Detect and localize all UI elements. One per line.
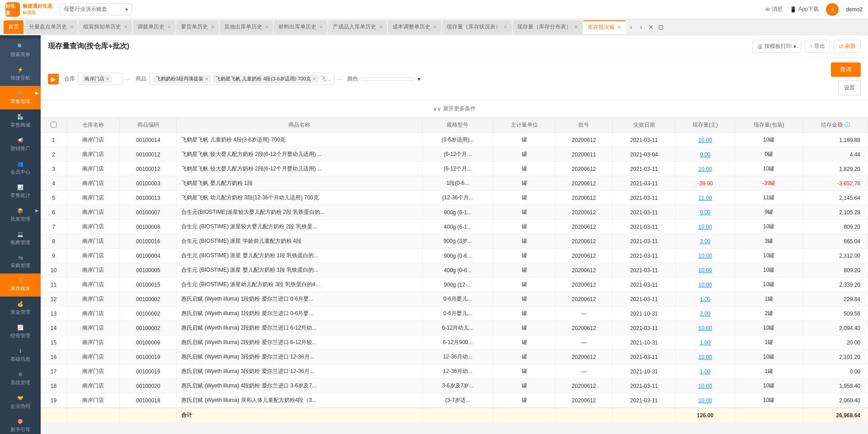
cell-unit: 罐 — [493, 278, 556, 292]
cell-qty-main[interactable]: -39.00 — [675, 176, 735, 191]
cell-qty-main[interactable]: 10.00 — [675, 278, 735, 292]
cell-qty-main[interactable]: 10.00 — [675, 321, 735, 335]
product-tag-2-close-icon[interactable]: ✕ — [312, 76, 316, 81]
settings-btn[interactable]: 设置 — [838, 80, 861, 95]
product-tag-1-close-icon[interactable]: ✕ — [205, 76, 208, 81]
print-btn[interactable]: 🖨 按模板打印 ▾ — [752, 40, 801, 53]
tab-7[interactable]: 产成品入库单历史 ✕ — [328, 20, 387, 34]
cell-qty-main[interactable]: 10.00 — [675, 393, 735, 408]
sidebar-item-purchase[interactable]: 🛍 采购管理 — [0, 250, 41, 274]
refresh-btn[interactable]: ↺ 刷新 — [834, 40, 861, 53]
cell-unit: 罐 — [493, 350, 556, 364]
sidebar-item-collab[interactable]: 🤝 企业协同 — [0, 391, 41, 414]
cell-qty-main[interactable]: 1.00 — [675, 335, 735, 350]
sidebar-item-system[interactable]: ⚙ 系统管理 — [0, 367, 41, 391]
tab-prev-btn[interactable]: ‹ — [627, 23, 636, 32]
download-icon: 📱 — [790, 6, 797, 13]
tab-4-close-icon[interactable]: ✕ — [211, 24, 214, 29]
cell-qty-main[interactable]: 0.00 — [675, 147, 735, 162]
cell-qty-main[interactable]: 9.00 — [675, 205, 735, 220]
tab-1[interactable]: 分量盘点单历史 ✕ — [24, 20, 78, 34]
cell-name: 惠氏启赋 (Wyeth illuma) 3段奶粉 爱尔兰进口 12-36月... — [177, 350, 422, 364]
tab-8[interactable]: 成本调整单历史 ✕ — [388, 20, 441, 34]
sidebar-item-finance[interactable]: 💰 资金管理 — [0, 297, 41, 320]
cell-expire: 2021-03-11 — [613, 234, 676, 249]
warehouse-tag-close-icon[interactable]: ✕ — [106, 76, 109, 81]
tab-3-close-icon[interactable]: ✕ — [167, 24, 171, 29]
cell-qty-main[interactable]: 10.00 — [675, 249, 735, 263]
cell-qty-main[interactable]: 10.00 — [675, 133, 735, 147]
sidebar-item-basics[interactable]: ℹ 基础信息 — [0, 344, 41, 367]
sidebar-item-retail[interactable]: 🛒 零售管理 ▶ — [0, 86, 41, 109]
cell-no: 17 — [41, 364, 66, 379]
tab-9-close-icon[interactable]: ✕ — [504, 24, 507, 29]
color-tag-container[interactable] — [361, 77, 415, 81]
sidebar-item-ecommerce[interactable]: 💻 电商管理 — [0, 227, 41, 250]
tab-8-close-icon[interactable]: ✕ — [433, 24, 437, 29]
tab-6-close-icon[interactable]: ✕ — [319, 24, 323, 29]
filter-expand-icon[interactable]: ▶ — [48, 74, 59, 85]
tab-10[interactable]: 现存量（库存分布表） ✕ — [513, 20, 582, 34]
sidebar-item-search[interactable]: 🔍 搜索英单 — [0, 39, 41, 62]
cell-warehouse: 南岸门店 — [66, 278, 119, 292]
tab-next-btn[interactable]: › — [637, 23, 646, 32]
sidebar-item-wholesale[interactable]: 📦 批发管理 ▶ — [0, 203, 41, 227]
sidebar-item-mall[interactable]: 🏪 零售商城 — [0, 109, 41, 133]
export-btn[interactable]: ↑ 导出 — [805, 40, 830, 53]
cell-spec: 12-36月幼... — [422, 364, 493, 379]
cell-qty-main[interactable]: 10.00 — [675, 379, 735, 393]
cell-qty-main[interactable]: 1.00 — [675, 364, 735, 379]
color-filter-label: 颜色 — [347, 75, 358, 83]
tab-4[interactable]: 要货单历史 ✕ — [176, 20, 219, 34]
total-empty-3 — [120, 408, 177, 423]
tab-current-close-icon[interactable]: ✕ — [618, 25, 621, 30]
tab-current[interactable]: 库存批次账 ✕ — [583, 20, 626, 34]
cell-spec: (12-36个月... — [422, 191, 493, 205]
warehouse-more-icon[interactable]: ··· — [126, 76, 130, 82]
tab-2[interactable]: 组装拆卸单历史 ✕ — [79, 20, 132, 34]
sidebar-item-operations[interactable]: 📈 经营管理 — [0, 320, 41, 344]
user-avatar[interactable]: d — [826, 3, 839, 16]
table-row: 14 南岸门店 00100002 惠氏启赋 (Wyeth illuma) 2段奶… — [41, 321, 868, 335]
workspace-selector[interactable]: 母婴行业演示账套 ▾ — [60, 3, 132, 15]
sidebar-item-nav[interactable]: ⚡ 快捷导航 — [0, 62, 41, 86]
cell-qty-main[interactable]: 3.00 — [675, 234, 735, 249]
wholesale-arrow-icon: ▶ — [35, 208, 39, 213]
query-btn-group: 查询 设置 — [831, 62, 861, 95]
cell-qty-main[interactable]: 11.00 — [675, 191, 735, 205]
select-all-checkbox[interactable] — [51, 122, 57, 127]
sidebar-item-guide[interactable]: 🎯 新手引导 — [0, 414, 41, 434]
cell-qty-main[interactable]: 10.00 — [675, 263, 735, 278]
sidebar-item-stats[interactable]: 📊 零售统计 — [0, 180, 41, 203]
expand-more-btn[interactable]: ∨∨ 展开更多条件 — [429, 103, 479, 114]
sidebar-item-marketing[interactable]: 📢 营销推广 — [0, 133, 41, 156]
sidebar-item-members[interactable]: 👥 会员中心 — [0, 156, 41, 180]
cell-qty-main[interactable]: 2.00 — [675, 307, 735, 321]
product-tag-1: 飞鹤奶粉3段丙薄提装 ✕ — [153, 75, 211, 83]
cell-qty-main[interactable]: 10.00 — [675, 220, 735, 234]
product-tag-container[interactable]: 飞鹤奶粉3段丙薄提装 ✕ 飞鹤星飞帆 儿童奶粉 4段(3-6岁适用) 700克 … — [149, 73, 335, 85]
tab-home[interactable]: 首页 — [4, 20, 24, 34]
tab-1-close-icon[interactable]: ✕ — [70, 24, 73, 29]
tab-10-close-icon[interactable]: ✕ — [574, 24, 578, 29]
tab-maximize-btn[interactable]: ⊡ — [656, 23, 665, 32]
tab-5[interactable]: 其他出库单历史 ✕ — [220, 20, 273, 34]
cell-qty-main[interactable]: 10.00 — [675, 162, 735, 176]
tab-2-close-icon[interactable]: ✕ — [124, 24, 127, 29]
tab-6[interactable]: 材料出库单历史 ✕ — [274, 20, 327, 34]
app-download-btn[interactable]: 📱 App下载 — [790, 5, 819, 13]
product-more-icon[interactable]: ··· — [337, 76, 342, 82]
messages-btn[interactable]: ✉ 消息 — [765, 5, 783, 13]
sidebar-item-inventory[interactable]: 🗄 库存核算 — [0, 274, 41, 297]
warehouse-tag-container[interactable]: 南岸门店 ✕ — [78, 73, 123, 85]
tab-9[interactable]: 现存量（库存状况表） ✕ — [442, 20, 512, 34]
cell-name: 合生元 (BIOSTIME) 派星 学龄前儿童配方奶粉 4段 — [177, 234, 422, 249]
cell-qty-main[interactable]: 1.00 — [675, 292, 735, 307]
tab-7-close-icon[interactable]: ✕ — [379, 24, 382, 29]
query-btn[interactable]: 查询 — [831, 62, 861, 77]
cell-no: 5 — [41, 191, 66, 205]
tab-5-close-icon[interactable]: ✕ — [265, 24, 269, 29]
tab-close-all-btn[interactable]: ✕ — [646, 23, 656, 32]
tab-3[interactable]: 调拨单历史 ✕ — [133, 20, 175, 34]
cell-qty-main[interactable]: 10.00 — [675, 350, 735, 364]
